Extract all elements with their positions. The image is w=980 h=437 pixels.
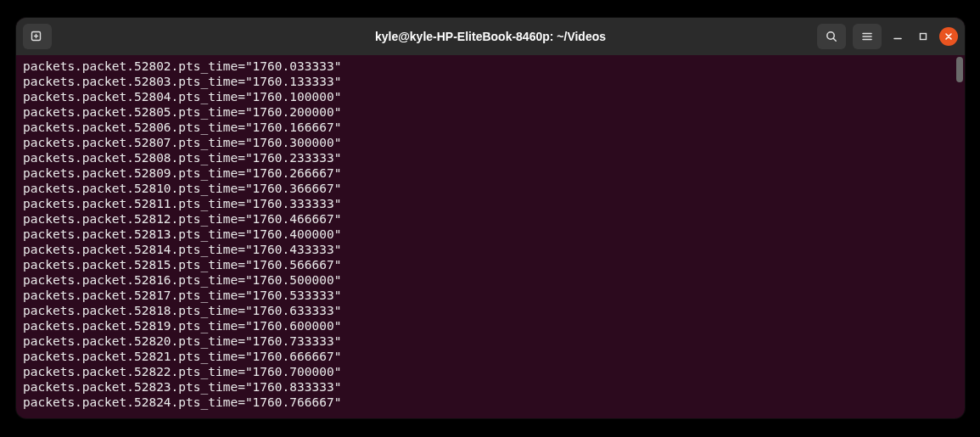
terminal-line: packets.packet.52810.pts_time="1760.3666…: [23, 181, 958, 196]
search-button[interactable]: [817, 24, 846, 49]
terminal-line: packets.packet.52817.pts_time="1760.5333…: [23, 288, 958, 303]
terminal-line: packets.packet.52803.pts_time="1760.1333…: [23, 74, 958, 89]
terminal-line: packets.packet.52806.pts_time="1760.1666…: [23, 120, 958, 135]
minimize-icon: [893, 31, 903, 42]
search-icon: [825, 30, 838, 43]
terminal-line: packets.packet.52811.pts_time="1760.3333…: [23, 196, 958, 211]
titlebar: kyle@kyle-HP-EliteBook-8460p: ~/Videos: [16, 18, 965, 55]
terminal-line: packets.packet.52815.pts_time="1760.5666…: [23, 257, 958, 272]
terminal-line: packets.packet.52805.pts_time="1760.2000…: [23, 104, 958, 120]
terminal-line: packets.packet.52812.pts_time="1760.4666…: [23, 211, 958, 227]
new-tab-button[interactable]: [23, 24, 52, 49]
terminal-line: packets.packet.52822.pts_time="1760.7000…: [23, 364, 958, 379]
terminal-line: packets.packet.52818.pts_time="1760.6333…: [23, 303, 958, 318]
terminal-line: packets.packet.52823.pts_time="1760.8333…: [23, 379, 958, 395]
terminal-line: packets.packet.52821.pts_time="1760.6666…: [23, 349, 958, 364]
maximize-button[interactable]: [914, 27, 932, 46]
maximize-icon: [918, 31, 928, 42]
terminal-body[interactable]: packets.packet.52802.pts_time="1760.0333…: [16, 55, 965, 418]
terminal-line: packets.packet.52820.pts_time="1760.7333…: [23, 333, 958, 349]
terminal-line: packets.packet.52807.pts_time="1760.3000…: [23, 135, 958, 150]
terminal-line: packets.packet.52819.pts_time="1760.6000…: [23, 318, 958, 333]
hamburger-icon: [860, 30, 874, 43]
svg-rect-2: [921, 34, 927, 40]
new-tab-icon: [31, 30, 44, 43]
minimize-button[interactable]: [888, 27, 907, 46]
terminal-line: packets.packet.52814.pts_time="1760.4333…: [23, 242, 958, 257]
terminal-line: packets.packet.52808.pts_time="1760.2333…: [23, 150, 958, 165]
menu-button[interactable]: [853, 24, 882, 49]
terminal-line: packets.packet.52816.pts_time="1760.5000…: [23, 272, 958, 288]
close-icon: [944, 32, 953, 41]
close-button[interactable]: [939, 27, 958, 46]
terminal-line: packets.packet.52809.pts_time="1760.2666…: [23, 165, 958, 181]
terminal-line: packets.packet.52824.pts_time="1760.7666…: [23, 395, 958, 410]
terminal-line: packets.packet.52802.pts_time="1760.0333…: [23, 59, 958, 74]
terminal-line: packets.packet.52813.pts_time="1760.4000…: [23, 227, 958, 242]
terminal-window: kyle@kyle-HP-EliteBook-8460p: ~/Videos: [16, 18, 965, 418]
terminal-line: packets.packet.52804.pts_time="1760.1000…: [23, 89, 958, 104]
scrollbar-thumb[interactable]: [956, 57, 963, 82]
